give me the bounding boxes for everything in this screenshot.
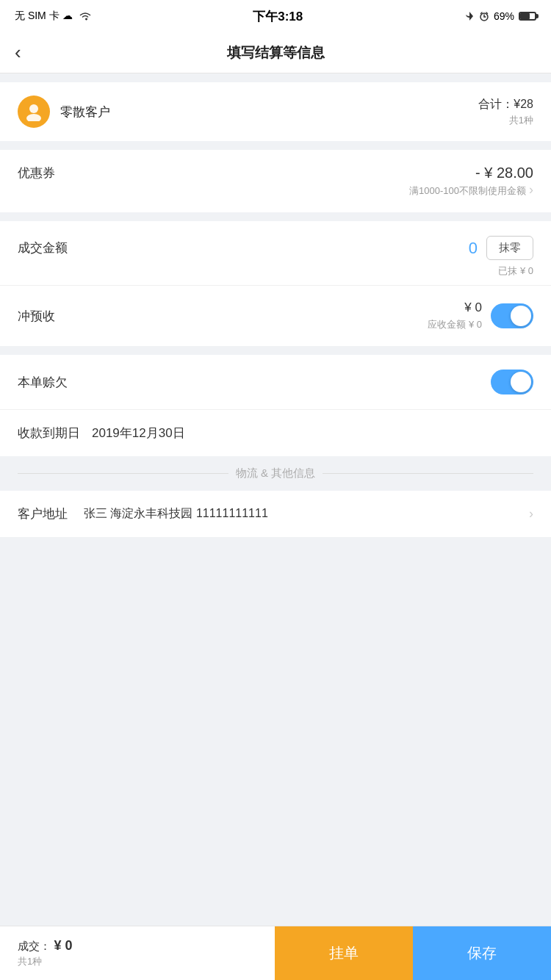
prepay-amount: ¥ 0 xyxy=(464,300,482,315)
alarm-icon xyxy=(479,11,489,21)
duedate-section: 收款到期日 2019年12月30日 xyxy=(0,409,551,456)
duedate-label: 收款到期日 xyxy=(18,425,80,442)
avatar xyxy=(18,96,50,128)
amount-card: 成交金额 0 抹零 已抹 ¥ 0 冲预收 ¥ 0 应收金额 ¥ 0 xyxy=(0,221,551,346)
customer-info: 零散客户 xyxy=(18,96,110,128)
credit-toggle-knob xyxy=(511,372,531,392)
person-icon xyxy=(24,102,43,121)
credit-toggle[interactable] xyxy=(491,370,533,394)
divider-line-right xyxy=(323,473,533,474)
nav-bar: ‹ 填写结算等信息 xyxy=(0,32,551,73)
battery-icon xyxy=(519,12,536,21)
logistics-header: 物流 & 其他信息 xyxy=(0,456,551,491)
prepay-right: ¥ 0 应收金额 ¥ 0 xyxy=(428,300,533,331)
coupon-desc: 满1000-100不限制使用金额 xyxy=(409,184,526,198)
bottom-deal-row: 成交： ¥ 0 xyxy=(18,938,257,954)
divider-3 xyxy=(0,346,551,355)
toggle-knob xyxy=(511,306,531,326)
save-button[interactable]: 保存 xyxy=(413,926,551,980)
svg-point-6 xyxy=(26,114,41,121)
status-time: 下午3:18 xyxy=(253,8,303,25)
page-title: 填写结算等信息 xyxy=(227,43,325,62)
credit-card: 本单赊欠 收款到期日 2019年12月30日 xyxy=(0,355,551,456)
duedate-value[interactable]: 2019年12月30日 xyxy=(92,425,185,442)
bottom-count: 共1种 xyxy=(18,955,257,968)
bottom-deal-amount: ¥ 0 xyxy=(54,938,72,953)
coupon-right: - ¥ 28.00 满1000-100不限制使用金额 › xyxy=(409,165,533,198)
prepay-toggle[interactable] xyxy=(491,303,533,328)
prepay-label: 冲预收 xyxy=(18,309,55,323)
coupon-label: 优惠券 xyxy=(18,165,55,181)
customer-name: 零散客户 xyxy=(60,104,110,120)
bottom-bar: 成交： ¥ 0 共1种 挂单 保存 xyxy=(0,926,551,980)
status-bar: 无 SIM 卡 ☁ 下午3:18 69% xyxy=(0,0,551,32)
divider-1 xyxy=(0,141,551,150)
address-card: 客户地址 张三 海淀永丰科技园 11111111111 › xyxy=(0,491,551,537)
prepay-section: 冲预收 ¥ 0 应收金额 ¥ 0 xyxy=(0,285,551,346)
customer-count: 共1种 xyxy=(478,114,533,127)
bottom-actions: 挂单 保存 xyxy=(275,926,551,980)
round-button[interactable]: 抹零 xyxy=(486,236,533,260)
address-value: 张三 海淀永丰科技园 11111111111 xyxy=(84,506,529,522)
svg-line-4 xyxy=(486,12,488,14)
spacer xyxy=(0,537,551,591)
bottom-deal-label: 成交： xyxy=(18,940,51,952)
location-icon xyxy=(464,11,475,21)
coupon-card: 优惠券 - ¥ 28.00 满1000-100不限制使用金额 › xyxy=(0,150,551,212)
customer-row: 零散客户 合计：¥28 共1种 xyxy=(0,82,551,141)
transaction-amount-section: 成交金额 0 抹零 已抹 ¥ 0 xyxy=(0,221,551,285)
transaction-value[interactable]: 0 xyxy=(469,239,478,258)
back-button[interactable]: ‹ xyxy=(15,41,21,64)
transaction-label: 成交金额 xyxy=(18,239,68,256)
address-label: 客户地址 xyxy=(18,505,76,522)
status-left: 无 SIM 卡 ☁ xyxy=(15,10,92,23)
address-section[interactable]: 客户地址 张三 海淀永丰科技园 11111111111 › xyxy=(0,491,551,537)
svg-line-3 xyxy=(480,12,482,14)
divider-line-left xyxy=(18,473,228,474)
status-right: 69% xyxy=(464,10,536,22)
credit-label: 本单赊欠 xyxy=(18,374,68,391)
prepay-label-wrap: 冲预收 xyxy=(18,308,55,325)
amount-right: 0 抹零 xyxy=(469,236,533,260)
svg-point-5 xyxy=(29,104,38,113)
address-chevron-icon: › xyxy=(529,506,533,522)
logistics-label: 物流 & 其他信息 xyxy=(236,466,315,480)
sim-text: 无 SIM 卡 ☁ xyxy=(15,10,73,23)
wifi-icon xyxy=(79,11,92,21)
prepay-amounts: ¥ 0 应收金额 ¥ 0 xyxy=(428,300,482,331)
divider-2 xyxy=(0,212,551,221)
hang-button[interactable]: 挂单 xyxy=(275,926,413,980)
customer-total-section: 合计：¥28 共1种 xyxy=(478,97,533,127)
coupon-amount: - ¥ 28.00 xyxy=(409,165,533,181)
round-sub: 已抹 ¥ 0 xyxy=(18,264,533,278)
coupon-section[interactable]: 优惠券 - ¥ 28.00 满1000-100不限制使用金额 › xyxy=(0,150,551,212)
prepay-receivable: 应收金额 ¥ 0 xyxy=(428,318,482,331)
credit-section: 本单赊欠 xyxy=(0,355,551,409)
bottom-info: 成交： ¥ 0 共1种 xyxy=(0,938,275,968)
customer-total: 合计：¥28 xyxy=(478,97,533,112)
coupon-chevron-icon: › xyxy=(529,182,533,198)
battery-percent: 69% xyxy=(494,10,514,22)
